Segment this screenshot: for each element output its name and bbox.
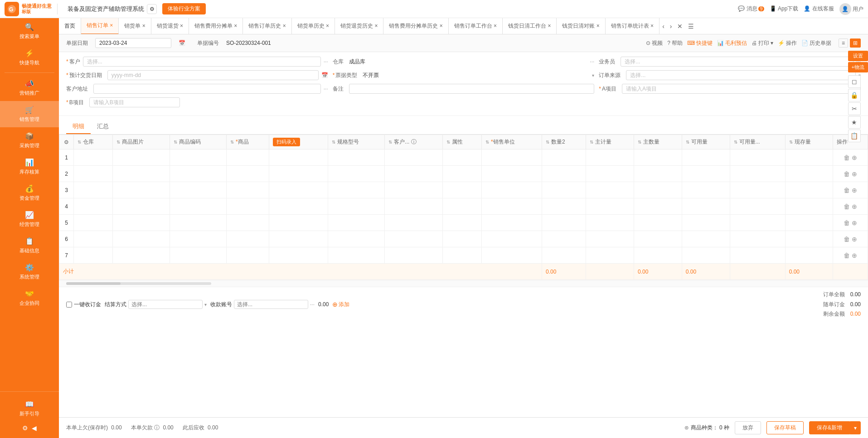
customer-input[interactable] (83, 57, 321, 67)
order-source-input[interactable] (626, 70, 856, 80)
row-6-qty2[interactable] (542, 231, 586, 247)
row-1-main-qty[interactable] (634, 149, 682, 166)
row-5-copy-btn[interactable]: ⊕ (852, 219, 857, 226)
row-1-image[interactable] (113, 149, 170, 166)
row-7-attribute[interactable] (442, 247, 481, 264)
tab-sales-workbench[interactable]: 销售订单工作台 × (449, 18, 503, 34)
row-4-unit[interactable] (482, 198, 542, 215)
row-6-main-qty[interactable] (634, 231, 682, 247)
tab-cash-workbench[interactable]: 钱货日清工作台 × (503, 18, 557, 34)
sidebar-item-system[interactable]: ⚙️ 系统管理 (0, 259, 59, 285)
scan-btn[interactable]: 扫码录入 (273, 138, 300, 146)
row-7-delete-btn[interactable]: 🗑 (844, 252, 850, 259)
date-cal-icon[interactable]: 📅 (321, 72, 328, 78)
tab-sales-order-history[interactable]: 销售订单历史 × (243, 18, 291, 34)
row-5-main-unit[interactable] (586, 215, 634, 231)
rp-btn-5[interactable]: 📋 (848, 130, 861, 142)
row-4-main-qty[interactable] (634, 198, 682, 215)
row-7-spec[interactable] (328, 247, 384, 264)
row-5-available[interactable] (682, 215, 730, 231)
sidebar-item-sales[interactable]: 🛒 销售管理 (0, 101, 59, 127)
row-6-spec[interactable] (328, 231, 384, 247)
row-6-customer-code[interactable] (385, 231, 443, 247)
bill-date-input[interactable] (95, 38, 171, 48)
help-btn[interactable]: ? 帮助 (667, 39, 683, 47)
row-4-current[interactable] (785, 198, 833, 215)
b-project-input[interactable] (89, 97, 180, 107)
rp-btn-4[interactable]: ★ (848, 116, 861, 129)
row-4-available2[interactable] (730, 198, 785, 215)
th-available2[interactable]: ⇅可用量... (730, 135, 785, 149)
sidebar-item-finance[interactable]: 💰 资金管理 (0, 180, 59, 206)
sidebar-settings-icon[interactable]: ⚙ (22, 424, 28, 432)
row-4-product[interactable] (226, 198, 269, 215)
row-2-main-unit[interactable] (586, 166, 634, 182)
sidebar-item-management[interactable]: 📈 经营管理 (0, 206, 59, 232)
history-btn[interactable]: 📄 历史单据 (801, 39, 831, 47)
row-4-main-unit[interactable] (586, 198, 634, 215)
row-4-copy-btn[interactable]: ⊕ (852, 203, 857, 210)
row-2-spec[interactable] (328, 166, 384, 182)
rp-btn-1[interactable]: ◻ (848, 75, 861, 88)
sidebar-item-enterprise[interactable]: 🤝 企业协同 (0, 285, 59, 311)
row-6-delete-btn[interactable]: 🗑 (844, 236, 850, 243)
row-1-delete-btn[interactable]: 🗑 (844, 154, 850, 161)
row-2-main-qty[interactable] (634, 166, 682, 182)
row-6-unit[interactable] (482, 231, 542, 247)
row-1-code[interactable] (170, 149, 226, 166)
row-1-attribute[interactable] (442, 149, 481, 166)
row-3-main-unit[interactable] (586, 182, 634, 198)
row-7-available[interactable] (682, 247, 730, 264)
row-3-code[interactable] (170, 182, 226, 198)
tab-prev-btn[interactable]: ‹ (659, 23, 667, 30)
warehouse-more-btn[interactable]: ··· (590, 58, 594, 65)
row-3-delete-btn[interactable]: 🗑 (844, 187, 850, 194)
rp-btn-2[interactable]: 🔒 (848, 89, 861, 101)
row-2-qty2[interactable] (542, 166, 586, 182)
row-1-warehouse[interactable] (74, 149, 113, 166)
row-4-spec[interactable] (328, 198, 384, 215)
tab-sales-goods-history[interactable]: 销货单历史 × (292, 18, 335, 34)
row-5-spec[interactable] (328, 215, 384, 231)
grid-view-btn[interactable]: ⊞ (850, 39, 861, 48)
detail-tab-summary[interactable]: 汇总 (91, 120, 115, 134)
row-3-product[interactable] (226, 182, 269, 198)
row-2-available2[interactable] (730, 166, 785, 182)
horizontal-scroll-thumb[interactable] (66, 282, 121, 285)
settings-icon[interactable]: ⚙ (147, 4, 157, 14)
row-1-product[interactable] (226, 149, 269, 166)
tab-next-btn[interactable]: › (667, 23, 675, 30)
th-unit[interactable]: ⇅*销售单位 (482, 135, 542, 149)
row-1-unit[interactable] (482, 149, 542, 166)
row-3-warehouse[interactable] (74, 182, 113, 198)
solution-btn[interactable]: 体验行业方案 (162, 3, 206, 14)
tab-sales-expense[interactable]: 销售费用分摊单 × (189, 18, 243, 34)
row-6-main-unit[interactable] (586, 231, 634, 247)
row-4-delete-btn[interactable]: 🗑 (844, 203, 850, 210)
tab-sales-return-history[interactable]: 销货退货历史 × (335, 18, 383, 34)
row-1-qty2[interactable] (542, 149, 586, 166)
save-new-btn[interactable]: 保存&新增 (809, 421, 850, 434)
customer-more-btn[interactable]: ··· (324, 58, 328, 65)
row-7-qty2[interactable] (542, 247, 586, 264)
row-3-unit[interactable] (482, 182, 542, 198)
invoice-dropdown-arrow[interactable]: ▾ (592, 73, 594, 78)
row-2-code[interactable] (170, 166, 226, 182)
row-5-image[interactable] (113, 215, 170, 231)
detail-tab-detail[interactable]: 明细 (66, 120, 91, 134)
row-5-attribute[interactable] (442, 215, 481, 231)
account-more-btn[interactable]: ··· (310, 301, 315, 308)
row-5-qty2[interactable] (542, 215, 586, 231)
view-video-btn[interactable]: ⊙ 视频 (646, 39, 663, 47)
row-1-copy-btn[interactable]: ⊕ (852, 154, 857, 161)
address-more-btn[interactable]: ··· (324, 86, 328, 92)
row-5-main-qty[interactable] (634, 215, 682, 231)
app-download-btn[interactable]: 📱 App下载 (770, 5, 798, 13)
add-btn[interactable]: ⊕ 添加 (332, 301, 349, 308)
th-settings[interactable]: ⚙ (59, 135, 74, 149)
sidebar-item-basic[interactable]: 📋 基础信息 (0, 232, 59, 259)
salesperson-input[interactable] (621, 57, 853, 67)
row-5-warehouse[interactable] (74, 215, 113, 231)
row-3-customer-code[interactable] (385, 182, 443, 198)
sidebar-item-marketing[interactable]: 📣 营销推广 (0, 75, 59, 101)
